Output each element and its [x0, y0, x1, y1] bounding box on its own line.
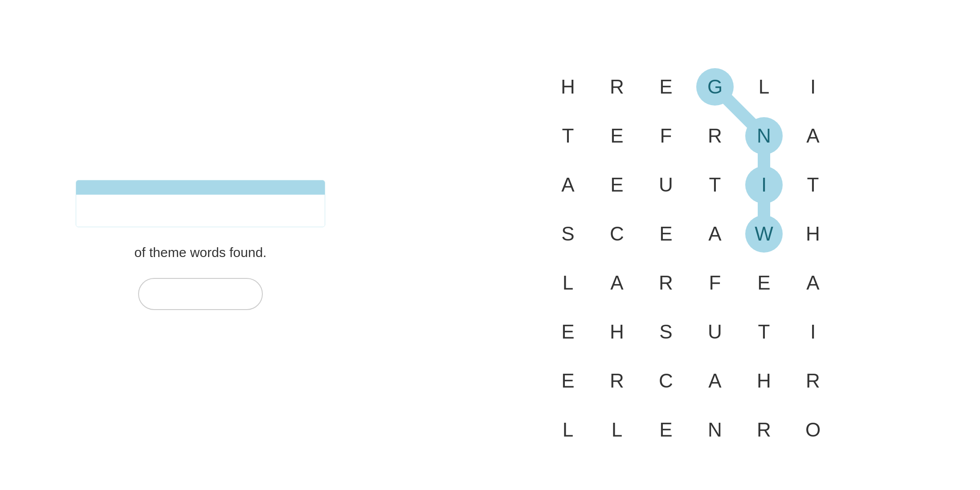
hint-button[interactable] [138, 278, 263, 310]
cell-r5-c2[interactable]: S [641, 307, 690, 356]
cell-r3-c2[interactable]: E [641, 209, 690, 258]
cell-r0-c0[interactable]: H [543, 62, 592, 111]
cell-r6-c0[interactable]: E [543, 356, 592, 405]
cell-r7-c5[interactable]: O [788, 405, 837, 454]
cell-r6-c1[interactable]: R [592, 356, 641, 405]
cell-r1-c4[interactable]: N [739, 111, 788, 160]
cell-r7-c0[interactable]: L [543, 405, 592, 454]
cell-r2-c2[interactable]: U [641, 160, 690, 209]
cell-r1-c2[interactable]: F [641, 111, 690, 160]
cell-r1-c1[interactable]: E [592, 111, 641, 160]
cell-r7-c4[interactable]: R [739, 405, 788, 454]
words-suffix: theme words found. [149, 245, 266, 260]
cell-r2-c5[interactable]: T [788, 160, 837, 209]
cell-r0-c3[interactable]: G [690, 62, 739, 111]
highlighted-letter: W [745, 215, 783, 253]
highlighted-letter: I [745, 166, 783, 204]
cell-r6-c2[interactable]: C [641, 356, 690, 405]
cell-r5-c5[interactable]: I [788, 307, 837, 356]
words-found-text: of theme words found. [135, 245, 267, 260]
cell-r1-c0[interactable]: T [543, 111, 592, 160]
right-panel: HREGLITEFRNAAEUTITSCEAWHLARFEAEHSUTIERCA… [401, 0, 980, 490]
cell-r3-c3[interactable]: A [690, 209, 739, 258]
cell-r3-c0[interactable]: S [543, 209, 592, 258]
cell-r1-c5[interactable]: A [788, 111, 837, 160]
cell-r3-c4[interactable]: W [739, 209, 788, 258]
theme-card-header [76, 180, 325, 195]
cell-r4-c2[interactable]: R [641, 258, 690, 307]
cell-r2-c4[interactable]: I [739, 160, 788, 209]
letter-grid: HREGLITEFRNAAEUTITSCEAWHLARFEAEHSUTIERCA… [543, 62, 837, 454]
cell-r4-c4[interactable]: E [739, 258, 788, 307]
highlighted-letter: G [696, 68, 734, 106]
highlighted-letter: N [745, 117, 783, 155]
cell-r4-c5[interactable]: A [788, 258, 837, 307]
cell-r5-c3[interactable]: U [690, 307, 739, 356]
cell-r2-c3[interactable]: T [690, 160, 739, 209]
grid-container: HREGLITEFRNAAEUTITSCEAWHLARFEAEHSUTIERCA… [543, 62, 837, 454]
cell-r0-c5[interactable]: I [788, 62, 837, 111]
cell-r2-c0[interactable]: A [543, 160, 592, 209]
cell-r5-c4[interactable]: T [739, 307, 788, 356]
cell-r4-c0[interactable]: L [543, 258, 592, 307]
theme-card [76, 180, 325, 227]
cell-r5-c1[interactable]: H [592, 307, 641, 356]
cell-r7-c1[interactable]: L [592, 405, 641, 454]
cell-r4-c1[interactable]: A [592, 258, 641, 307]
cell-r6-c4[interactable]: H [739, 356, 788, 405]
cell-r3-c5[interactable]: H [788, 209, 837, 258]
cell-r2-c1[interactable]: E [592, 160, 641, 209]
cell-r6-c5[interactable]: R [788, 356, 837, 405]
cell-r5-c0[interactable]: E [543, 307, 592, 356]
cell-r6-c3[interactable]: A [690, 356, 739, 405]
words-found-of: of [135, 245, 149, 260]
cell-r7-c3[interactable]: N [690, 405, 739, 454]
cell-r4-c3[interactable]: F [690, 258, 739, 307]
cell-r7-c2[interactable]: E [641, 405, 690, 454]
cell-r0-c4[interactable]: L [739, 62, 788, 111]
cell-r0-c1[interactable]: R [592, 62, 641, 111]
cell-r3-c1[interactable]: C [592, 209, 641, 258]
cell-r1-c3[interactable]: R [690, 111, 739, 160]
theme-card-body [76, 195, 325, 227]
cell-r0-c2[interactable]: E [641, 62, 690, 111]
left-panel: of theme words found. [0, 0, 401, 490]
